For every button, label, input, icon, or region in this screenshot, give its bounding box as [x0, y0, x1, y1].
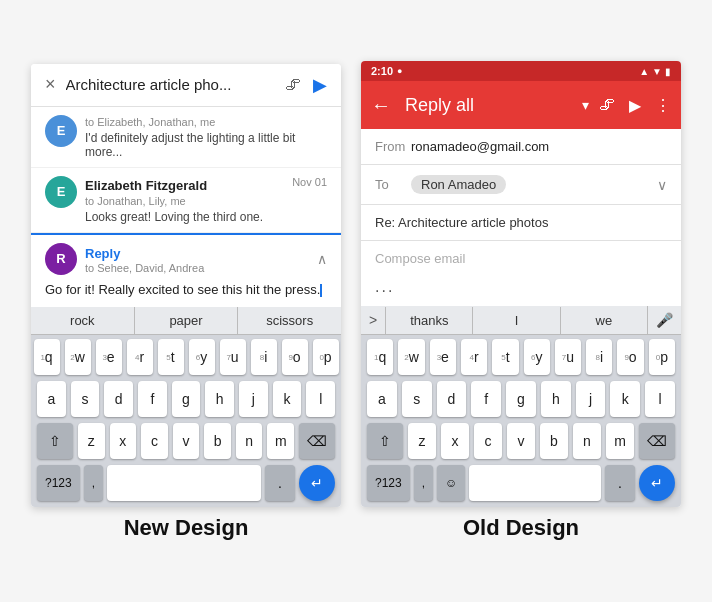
suggestion-rock[interactable]: rock — [31, 307, 135, 334]
key-y[interactable]: 6y — [524, 339, 550, 375]
body-placeholder[interactable]: Compose email — [361, 241, 681, 276]
suggestion-we[interactable]: we — [560, 307, 647, 334]
key-r[interactable]: 4r — [127, 339, 153, 375]
backspace-key[interactable]: ⌫ — [299, 423, 335, 459]
comma-key[interactable]: , — [84, 465, 103, 501]
key-h[interactable]: h — [205, 381, 234, 417]
key-s[interactable]: s — [71, 381, 100, 417]
key-a[interactable]: a — [37, 381, 66, 417]
from-field: From ronamadeo@gmail.com — [361, 129, 681, 165]
back-icon[interactable]: ← — [371, 94, 391, 117]
key-d[interactable]: d — [437, 381, 467, 417]
key-w[interactable]: 2w — [398, 339, 424, 375]
key-z[interactable]: z — [408, 423, 436, 459]
key-q[interactable]: 1q — [34, 339, 60, 375]
gt-symbol: > — [361, 306, 385, 334]
key-u[interactable]: 7u — [220, 339, 246, 375]
avatar: E — [45, 115, 77, 147]
enter-key[interactable]: ↵ — [299, 465, 335, 501]
old-design-phone: 2:10 ● ▲ ▼ ▮ ← Reply all ▾ 🖇 ▶ ⋮ — [361, 61, 681, 507]
backspace-key[interactable]: ⌫ — [639, 423, 675, 459]
key-o[interactable]: 9o — [617, 339, 643, 375]
key-f[interactable]: f — [138, 381, 167, 417]
shift-key[interactable]: ⇧ — [367, 423, 403, 459]
key-k[interactable]: k — [273, 381, 302, 417]
key-e[interactable]: 3e — [430, 339, 456, 375]
shift-key[interactable]: ⇧ — [37, 423, 73, 459]
num-key[interactable]: ?123 — [367, 465, 410, 501]
thread-body: to Elizabeth, Jonathan, me I'd definitel… — [85, 115, 327, 159]
from-label: From — [375, 139, 411, 154]
key-m[interactable]: m — [267, 423, 294, 459]
new-keyboard: rock paper scissors 1q 2w 3e 4r 5t 6y 7u… — [31, 307, 341, 507]
from-value: ronamadeo@gmail.com — [411, 139, 667, 154]
key-q[interactable]: 1q — [367, 339, 393, 375]
key-c[interactable]: c — [141, 423, 168, 459]
paperclip-icon[interactable]: 🖇 — [285, 76, 301, 94]
chevron-down-icon[interactable]: ▾ — [582, 97, 589, 113]
key-x[interactable]: x — [110, 423, 137, 459]
key-e[interactable]: 3e — [96, 339, 122, 375]
key-r[interactable]: 4r — [461, 339, 487, 375]
close-icon[interactable]: × — [45, 74, 56, 95]
key-o[interactable]: 9o — [282, 339, 308, 375]
key-b[interactable]: b — [540, 423, 568, 459]
key-x[interactable]: x — [441, 423, 469, 459]
suggestion-paper[interactable]: paper — [135, 307, 239, 334]
key-b[interactable]: b — [204, 423, 231, 459]
period-key[interactable]: . — [605, 465, 635, 501]
key-z[interactable]: z — [78, 423, 105, 459]
key-f[interactable]: f — [471, 381, 501, 417]
chevron-down-icon[interactable]: ∨ — [657, 177, 667, 193]
key-g[interactable]: g — [506, 381, 536, 417]
suggestion-scissors[interactable]: scissors — [238, 307, 341, 334]
to-chip[interactable]: Ron Amadeo — [411, 175, 506, 194]
key-g[interactable]: g — [172, 381, 201, 417]
key-n[interactable]: n — [573, 423, 601, 459]
enter-key[interactable]: ↵ — [639, 465, 675, 501]
key-l[interactable]: l — [645, 381, 675, 417]
key-s[interactable]: s — [402, 381, 432, 417]
old-keyboard: > thanks I we 🎤 1q 2w 3e 4r 5t 6y 7u 8i … — [361, 306, 681, 507]
key-a[interactable]: a — [367, 381, 397, 417]
key-y[interactable]: 6y — [189, 339, 215, 375]
thread-item: E Elizabeth Fitzgerald Nov 01 to Jonatha… — [31, 168, 341, 233]
comma-key[interactable]: , — [414, 465, 433, 501]
period-key[interactable]: . — [265, 465, 295, 501]
thread-sender: Elizabeth Fitzgerald — [85, 178, 207, 193]
chevron-up-icon[interactable]: ∧ — [317, 251, 327, 267]
key-j[interactable]: j — [239, 381, 268, 417]
paperclip-icon[interactable]: 🖇 — [599, 96, 615, 115]
key-m[interactable]: m — [606, 423, 634, 459]
key-l[interactable]: l — [306, 381, 335, 417]
space-key[interactable] — [469, 465, 601, 501]
key-h[interactable]: h — [541, 381, 571, 417]
key-c[interactable]: c — [474, 423, 502, 459]
more-icon[interactable]: ⋮ — [655, 96, 671, 115]
suggestion-thanks[interactable]: thanks — [385, 307, 472, 334]
new-design-label: New Design — [124, 515, 249, 541]
key-t[interactable]: 5t — [158, 339, 184, 375]
send-icon[interactable]: ▶ — [313, 74, 327, 96]
key-i[interactable]: 8i — [586, 339, 612, 375]
send-icon[interactable]: ▶ — [629, 96, 641, 115]
key-w[interactable]: 2w — [65, 339, 91, 375]
key-j[interactable]: j — [576, 381, 606, 417]
mic-icon[interactable]: 🎤 — [647, 306, 681, 334]
suggestion-i[interactable]: I — [472, 307, 559, 334]
key-d[interactable]: d — [104, 381, 133, 417]
key-u[interactable]: 7u — [555, 339, 581, 375]
key-t[interactable]: 5t — [492, 339, 518, 375]
key-p[interactable]: 0p — [649, 339, 675, 375]
emoji-key[interactable]: ☺ — [437, 465, 465, 501]
space-key[interactable] — [107, 465, 261, 501]
reply-text[interactable]: Go for it! Really excited to see this hi… — [45, 281, 327, 299]
key-i[interactable]: 8i — [251, 339, 277, 375]
key-n[interactable]: n — [236, 423, 263, 459]
key-p[interactable]: 0p — [313, 339, 339, 375]
num-key[interactable]: ?123 — [37, 465, 80, 501]
key-v[interactable]: v — [173, 423, 200, 459]
to-label: To — [375, 177, 411, 192]
key-k[interactable]: k — [610, 381, 640, 417]
key-v[interactable]: v — [507, 423, 535, 459]
